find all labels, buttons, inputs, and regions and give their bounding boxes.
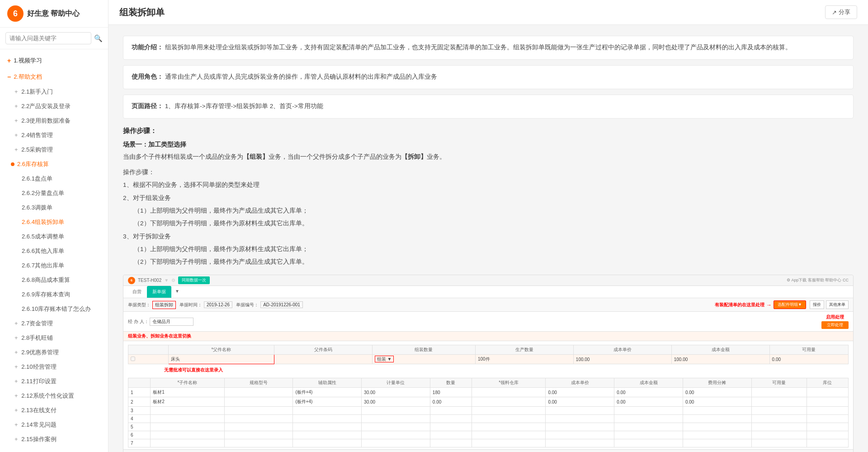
main-content: 组装拆卸单 ↗ 分享 功能介绍： 组装拆卸单用来处理企业组装或拆卸等加工业务，支…	[108, 0, 868, 452]
ss-tab-new: 新单据	[147, 286, 171, 298]
app-logo: 6	[7, 5, 24, 22]
sidebar-item-s2610[interactable]: 2.6.10库存账本错了怎么办	[0, 302, 108, 316]
sidebar-item-s214[interactable]: + 2.14常见问题	[0, 418, 108, 432]
ss-annotation3-area: 启用处理 立即处理	[821, 314, 849, 329]
scene1-desc: 当由多个子件材料组装成一个成品的业务为【组装】业务，当由一个父件拆分成多个子产品…	[123, 152, 854, 162]
ss-parent-name-val: 床头	[169, 355, 274, 364]
search-icon[interactable]: 🔍	[94, 34, 103, 43]
ss-btn-confirm: 立即处理	[821, 321, 849, 329]
ss-th-cost-price: 成本单价	[573, 345, 671, 355]
ss-lower-table: *子件名称 规格型号 辅助属性 计量单位 数量 *领料仓库 成本单价 成本金额 …	[128, 378, 849, 447]
sidebar-item-s21[interactable]: + 2.1新手入门	[0, 85, 108, 99]
sidebar-item-s211[interactable]: + 2.11打印设置	[0, 374, 108, 389]
ss-annotation4-area: 无需批准可以直接在这里录入	[123, 366, 853, 374]
sidebar-item-s24[interactable]: + 2.4销售管理	[0, 128, 108, 143]
sidebar-item-docs[interactable]: − 2.帮助文档 + 2.1新手入门 + 2.2产品安装及登录 + 2.3使用前…	[0, 69, 108, 447]
sidebar-item-s265[interactable]: 2.6.5成本调整单	[0, 229, 108, 244]
sidebar-item-label-s2: 2.帮助文档	[14, 73, 42, 81]
ss-toolbar: 单据类型： 组装拆卸 单据时间： 2019-12-26 单据编号： AD-201…	[123, 298, 853, 312]
sidebar-item-s25[interactable]: + 2.5采购管理	[0, 143, 108, 157]
ss-th-check	[128, 345, 169, 355]
sidebar-item-s266[interactable]: 2.6.6其他入库单	[0, 244, 108, 258]
ss-lower-row6: 6	[128, 431, 849, 439]
ss-logo: 6	[128, 277, 135, 284]
ss-field-no: 单据编号： AD-20191226-001	[236, 301, 303, 308]
expand-icon-s2: −	[7, 73, 11, 81]
ss-field-type-val: 组装拆卸	[152, 301, 176, 309]
sidebar: 6 好生意 帮助中心 🔍 + 1.视频学习 − 2.帮助文档 + 2.1新手入门	[0, 0, 108, 452]
sidebar-item-s27[interactable]: + 2.7资金管理	[0, 316, 108, 331]
role-intro-label: 使用角色：	[132, 73, 163, 80]
step3-2: （2）下部明细为子件明细，最终作为产成品生成其它入库单。	[134, 257, 854, 267]
ss-lower-row4: 4	[128, 415, 849, 423]
sidebar-item-s269[interactable]: 2.6.9库存账本查询	[0, 287, 108, 302]
sidebar-item-videos[interactable]: + 1.视频学习	[0, 53, 108, 68]
ss-lower-row2: 2 板材2 (板件+4) 30.00 0.00 0.00 0.00 0.00	[128, 397, 849, 407]
step2-1: （1）上部明细为父件明细，最终作为产成品生成其它入库单；	[134, 205, 854, 216]
ss-field-date: 单据时间： 2019-12-26	[179, 301, 232, 308]
ss-annotation1-area: 有装配清单的在这里处理 → 选配件明细▼ 报价 其他来单	[715, 300, 849, 309]
role-intro-text: 通常由生产人员或库管人员完成拆装业务的操作，库管人员确认原材料的出库和产成品的入…	[165, 73, 437, 80]
path-text: 1、库存核算->库存管理->组装拆卸单 2、首页->常用功能	[165, 103, 323, 109]
ss-footer: 大写: 零 0.00 0.06 0.00 0.06	[123, 449, 853, 452]
ss-th-prod-qty: 生产数量	[475, 345, 573, 355]
ss-btn-assign: 选配件明细▼	[774, 300, 806, 309]
function-intro-block: 功能介绍： 组装拆卸单用来处理企业组装或拆卸等加工业务，支持有固定装配清单的产品…	[123, 36, 854, 60]
sidebar-item-label-s1: 1.视频学习	[14, 57, 42, 65]
ss-lower-row7: 7	[128, 439, 849, 447]
sidebar-item-s264[interactable]: 2.6.4组装拆卸单	[0, 215, 108, 229]
sidebar-item-s267[interactable]: 2.6.7其他出库单	[0, 258, 108, 273]
sidebar-item-s213[interactable]: + 2.13在线支付	[0, 403, 108, 418]
ss-th-parent-name: *父件名称	[169, 345, 274, 355]
ops-steps-label: 操作步骤：	[123, 127, 854, 135]
ss-upper-table-row1: 床头 组装 ▼ 100件 100.00 100.00 0.00	[128, 355, 849, 364]
ss-icons: ⚙ App下载 客服帮助 帮助中心 CC	[787, 277, 849, 283]
page-header: 组装拆卸单 ↗ 分享	[108, 0, 868, 25]
ss-btn2: 报价	[810, 300, 824, 309]
sidebar-item-s23[interactable]: + 2.3使用前数据准备	[0, 114, 108, 128]
sidebar-nav: + 1.视频学习 − 2.帮助文档 + 2.1新手入门 + 2.2产品安装及登录	[0, 49, 108, 452]
fake-screenshot: 6 TEST-H002 ▼ ⚙ 同期数据一次 ⚙ App下载 客服帮助 帮助中心…	[123, 275, 853, 452]
ss-system-bar: 6 TEST-H002 ▼ ⚙ 同期数据一次 ⚙ App下载 客服帮助 帮助中心…	[123, 275, 853, 286]
sidebar-item-s261[interactable]: 2.6.1盘点单	[0, 171, 108, 186]
role-intro-block: 使用角色： 通常由生产人员或库管人员完成拆装业务的操作，库管人员确认原材料的出库…	[123, 65, 854, 89]
step3: 3、对于拆卸业务	[123, 231, 854, 242]
ss-lower-table-area: *子件名称 规格型号 辅助属性 计量单位 数量 *领料仓库 成本单价 成本金额 …	[123, 374, 853, 449]
sidebar-item-s22[interactable]: + 2.2产品安装及登录	[0, 99, 108, 114]
ss-form-field1: 经 办 人： 仓储品月	[128, 318, 193, 326]
sidebar-item-s28[interactable]: + 2.8手机旺铺	[0, 331, 108, 345]
sidebar-item-s210[interactable]: + 2.10经营管理	[0, 360, 108, 374]
ss-annotation2: 组装业务、拆卸业务在这里切换	[123, 332, 853, 341]
ss-th-parent-barcode: 父件条码	[274, 345, 372, 355]
ss-th-cost-amount: 成本金额	[671, 345, 769, 355]
share-button[interactable]: ↗ 分享	[825, 5, 857, 19]
ss-field-type: 单据类型： 组装拆卸	[128, 301, 176, 309]
ss-upper-table-area: *父件名称 父件条码 组装数量 生产数量 成本单价 成本金额 可用量	[123, 341, 853, 366]
step2-2: （2）下部明细为子件明细，最终作为原材料生成其它出库单。	[134, 218, 854, 229]
sidebar-item-s215[interactable]: + 2.15操作案例	[0, 432, 108, 447]
step3-1: （1）上部明细为父件明细，最终作为原材料生成其它出库单；	[134, 244, 854, 255]
scene1-label: 场景一：加工类型选择	[123, 141, 854, 149]
search-input[interactable]	[5, 32, 91, 44]
step2: 2、对于组装业务	[123, 193, 854, 204]
sidebar-item-s262[interactable]: 2.6.2分量盘点单	[0, 186, 108, 200]
sidebar-item-s212[interactable]: + 2.12系统个性化设置	[0, 389, 108, 403]
screenshot-container: 6 TEST-H002 ▼ ⚙ 同期数据一次 ⚙ App下载 客服帮助 帮助中心…	[123, 275, 854, 452]
function-intro-label: 功能介绍：	[132, 44, 163, 51]
ss-tab-more: ▼	[171, 286, 183, 298]
content-area: 功能介绍： 组装拆卸单用来处理企业组装或拆卸等加工业务，支持有固定装配清单的产品…	[108, 25, 868, 452]
page-title: 组装拆卸单	[119, 6, 165, 19]
ss-lower-row5: 5	[128, 423, 849, 431]
ss-tab-ziy: 自营	[127, 286, 147, 298]
sidebar-item-s268[interactable]: 2.6.8商品成本重算	[0, 273, 108, 287]
ss-form-row: 经 办 人： 仓储品月 启用处理 立即处理	[123, 312, 853, 332]
ss-form-val1: 仓储品月	[150, 318, 193, 326]
step1: 1、根据不同的业务，选择不同单据的类型来处理	[123, 180, 854, 190]
share-icon: ↗	[832, 9, 837, 16]
sidebar-item-s26[interactable]: 2.6库存核算	[0, 157, 108, 171]
ss-field-date-val: 2019-12-26	[204, 301, 232, 308]
sidebar-item-s263[interactable]: 2.6.3调拨单	[0, 200, 108, 215]
ss-th-avail: 可用量	[769, 345, 848, 355]
ss-app-name: TEST-H002	[138, 278, 161, 283]
sidebar-item-s29[interactable]: + 2.9优惠券管理	[0, 345, 108, 360]
